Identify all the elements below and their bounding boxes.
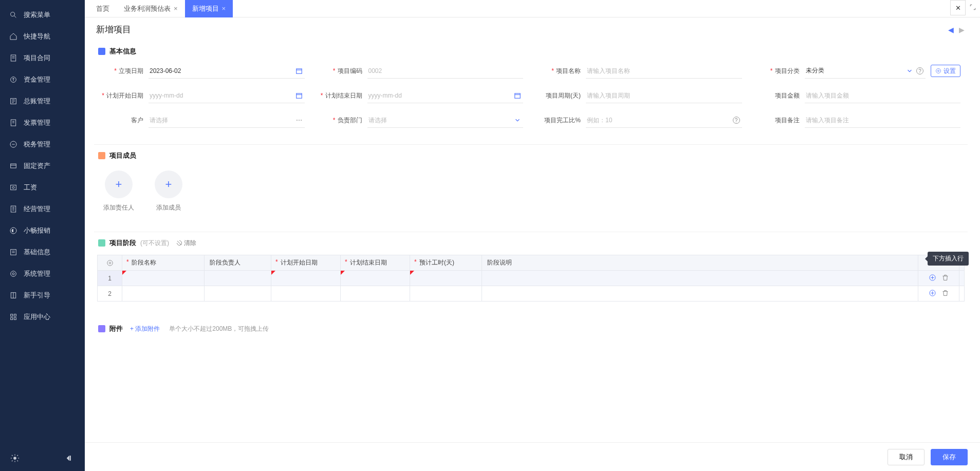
footer-bar: 取消 保存 xyxy=(85,442,980,471)
sidebar-item-system[interactable]: 系统管理 xyxy=(0,263,85,285)
cancel-button[interactable]: 取消 xyxy=(887,449,924,465)
svg-point-30 xyxy=(107,260,113,266)
home-icon xyxy=(9,32,17,41)
calendar-icon[interactable] xyxy=(295,67,303,74)
more-icon[interactable] xyxy=(295,117,303,124)
sidebar-item-asset[interactable]: 固定资产 xyxy=(0,155,85,177)
remark-input[interactable] xyxy=(805,112,961,128)
sidebar-label: 搜索菜单 xyxy=(24,10,50,20)
table-settings-icon[interactable] xyxy=(98,255,122,271)
chevron-down-icon[interactable] xyxy=(514,117,521,124)
label-code: 项目编码 xyxy=(338,67,362,74)
sidebar-item-quick-nav[interactable]: 快捷导航 xyxy=(0,26,85,47)
plan-start-input[interactable] xyxy=(149,88,305,103)
clear-phases-button[interactable]: 清除 xyxy=(176,239,196,248)
add-owner-button[interactable]: + 添加责任人 xyxy=(103,171,134,212)
sidebar-item-salary[interactable]: 工资 xyxy=(0,177,85,198)
sidebar-item-basic-info[interactable]: 基础信息 xyxy=(0,241,85,263)
cell-desc[interactable] xyxy=(482,286,918,302)
calendar-icon[interactable] xyxy=(514,92,521,99)
section-badge-icon xyxy=(98,239,105,247)
project-amount-input[interactable] xyxy=(805,88,961,103)
sidebar-item-guide[interactable]: 新手引导 xyxy=(0,285,85,306)
tab-new-project[interactable]: 新增项目× xyxy=(185,0,233,17)
sidebar-label: 项目合同 xyxy=(24,53,50,63)
cell-plan-end[interactable] xyxy=(341,271,410,286)
label-plan-start: 计划开始日期 xyxy=(106,92,143,99)
search-icon xyxy=(9,11,17,19)
tab-close-icon[interactable]: × xyxy=(222,5,226,12)
sidebar-item-ledger[interactable]: 总账管理 xyxy=(0,90,85,112)
project-cycle-input[interactable] xyxy=(586,88,742,103)
project-code-input[interactable] xyxy=(367,63,524,79)
attachment-hint: 单个大小不超过200MB，可拖拽上传 xyxy=(169,325,269,333)
expand-icon[interactable] xyxy=(968,2,978,12)
progress-input[interactable] xyxy=(586,112,742,128)
salary-icon xyxy=(9,183,17,192)
sidebar-item-business[interactable]: 经营管理 xyxy=(0,198,85,220)
sidebar-label: 应用中心 xyxy=(24,312,50,322)
label-customer: 客户 xyxy=(131,117,143,124)
help-icon[interactable]: ? xyxy=(733,117,740,124)
save-button[interactable]: 保存 xyxy=(931,449,968,465)
cell-desc[interactable] xyxy=(482,271,918,286)
th-plan-start: 计划开始日期 xyxy=(271,255,341,271)
sidebar-label: 税务管理 xyxy=(24,140,50,149)
label-name: 项目名称 xyxy=(556,67,581,74)
tab-home[interactable]: 首页 xyxy=(89,0,117,17)
collapse-sidebar-icon[interactable] xyxy=(65,454,75,463)
cell-phase-owner[interactable] xyxy=(205,271,271,286)
svg-rect-6 xyxy=(11,164,16,168)
th-hours: 预计工时(天) xyxy=(410,255,482,271)
cell-plan-start[interactable] xyxy=(271,286,341,302)
sidebar-item-tax[interactable]: 税务管理 xyxy=(0,134,85,155)
chevron-down-icon[interactable] xyxy=(906,67,913,74)
insert-row-icon[interactable] xyxy=(929,289,936,298)
apps-icon xyxy=(9,313,17,321)
project-name-input[interactable] xyxy=(586,63,742,79)
table-row[interactable]: 2 xyxy=(98,286,965,302)
info-icon xyxy=(9,248,17,256)
asset-icon xyxy=(9,162,17,170)
sidebar-item-search[interactable]: 搜索菜单 xyxy=(0,4,85,26)
cell-hours[interactable] xyxy=(410,271,482,286)
sidebar-item-reimburse[interactable]: 小畅报销 xyxy=(0,220,85,241)
sidebar: 搜索菜单 快捷导航 项目合同 资金管理 总账管理 发票管理 xyxy=(0,0,85,471)
close-all-tabs-button[interactable]: ✕ xyxy=(950,0,966,15)
delete-row-icon[interactable] xyxy=(941,289,949,298)
cell-phase-name[interactable] xyxy=(122,286,205,302)
sidebar-item-fund[interactable]: 资金管理 xyxy=(0,69,85,90)
label-plan-end: 计划结束日期 xyxy=(325,92,362,99)
label-category: 项目分类 xyxy=(775,67,800,74)
svg-point-8 xyxy=(12,186,14,189)
dept-select[interactable] xyxy=(367,112,524,128)
svg-rect-20 xyxy=(70,456,71,461)
plan-end-input[interactable] xyxy=(367,88,524,103)
setup-date-input[interactable] xyxy=(149,63,305,79)
add-member-button[interactable]: + 添加成员 xyxy=(155,171,182,212)
category-settings-button[interactable]: 设置 xyxy=(931,65,960,77)
next-record-icon[interactable]: ▶ xyxy=(959,26,965,34)
cell-phase-owner[interactable] xyxy=(205,286,271,302)
sidebar-item-invoice[interactable]: 发票管理 xyxy=(0,112,85,134)
label-setup-date: 立项日期 xyxy=(119,67,143,74)
cell-hours[interactable] xyxy=(410,286,482,302)
tab-close-icon[interactable]: × xyxy=(174,5,178,12)
settings-gear-icon[interactable] xyxy=(10,454,20,463)
cell-plan-end[interactable] xyxy=(341,286,410,302)
cell-plan-start[interactable] xyxy=(271,271,341,286)
add-attachment-button[interactable]: + 添加附件 xyxy=(130,325,160,333)
customer-select[interactable] xyxy=(149,112,305,128)
calendar-icon[interactable] xyxy=(295,92,303,99)
insert-row-icon[interactable] xyxy=(929,274,936,283)
svg-point-12 xyxy=(12,273,14,275)
table-row[interactable]: 1 xyxy=(98,271,965,286)
delete-row-icon[interactable] xyxy=(941,274,949,283)
sidebar-item-apps[interactable]: 应用中心 xyxy=(0,306,85,328)
tab-profit-estimate[interactable]: 业务利润预估表× xyxy=(117,0,185,17)
sidebar-item-project-contract[interactable]: 项目合同 xyxy=(0,47,85,69)
section-title-basic: 基本信息 xyxy=(109,47,136,56)
cell-phase-name[interactable] xyxy=(122,271,205,286)
help-icon[interactable]: ? xyxy=(916,67,923,74)
prev-record-icon[interactable]: ◀ xyxy=(948,26,954,34)
